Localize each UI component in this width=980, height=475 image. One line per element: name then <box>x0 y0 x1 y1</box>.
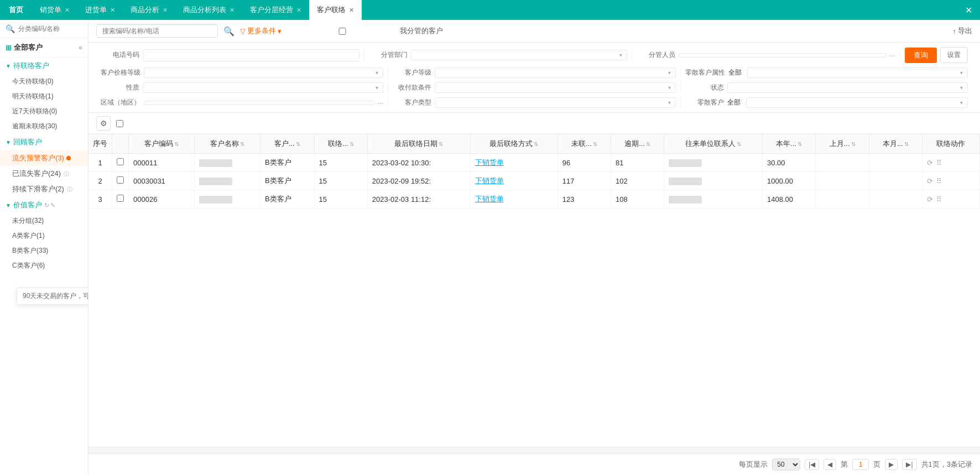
filter-select-price-tier[interactable]: ▾ <box>144 67 383 78</box>
prev-page-button[interactable]: ◀ <box>823 459 836 470</box>
tab-analysis-list-close[interactable]: ✕ <box>230 7 234 14</box>
col-overdue[interactable]: 逾期...⇅ <box>611 134 664 154</box>
col-last-month-label: 上月... <box>830 139 850 148</box>
value-edit-icon[interactable]: ✎ <box>50 202 55 209</box>
filter-select-nature[interactable]: ▾ <box>143 82 383 93</box>
tab-sales-close[interactable]: ✕ <box>65 7 70 14</box>
sidebar-section-value[interactable]: ▼ 价值客户 ↻ ✎ <box>0 197 88 213</box>
col-current-year[interactable]: 本年...⇅ <box>763 134 816 154</box>
sidebar-item-ungroup[interactable]: 未分组(32) <box>0 213 88 228</box>
value-refresh-icon[interactable]: ↻ <box>44 202 49 209</box>
tab-analysis-close[interactable]: ✕ <box>163 7 168 14</box>
col-last-month[interactable]: 上月...⇅ <box>816 134 869 154</box>
filter-input-region[interactable] <box>144 101 375 105</box>
row3-more-icon[interactable]: ⠿ <box>936 195 942 203</box>
sidebar-item-tomorrow[interactable]: 明天待联络(1) <box>0 89 88 104</box>
col-contact-person[interactable]: 往来单位联系人⇅ <box>664 134 763 154</box>
sidebar-root-label: 全部客户 <box>14 43 43 53</box>
last-page-button[interactable]: ▶| <box>902 459 916 470</box>
sidebar-item-lost[interactable]: 已流失客户(24) ⓘ <box>0 166 88 181</box>
per-page-select[interactable]: 50 100 200 <box>772 458 800 471</box>
filter-select-status[interactable]: ▾ <box>727 82 968 93</box>
tab-customer-tier-close[interactable]: ✕ <box>296 7 301 14</box>
col-no-contact[interactable]: 未联...⇅ <box>557 134 611 154</box>
row1-link-icon[interactable]: ⟳ <box>927 159 933 167</box>
gear-button[interactable]: ⚙ <box>96 116 111 131</box>
col-last-method[interactable]: 最后联络方式⇅ <box>470 134 557 154</box>
row2-link-icon[interactable]: ⟳ <box>927 177 933 185</box>
tab-analysis-list[interactable]: 商品分析列表 ✕ <box>175 0 242 20</box>
search-input[interactable] <box>96 24 218 38</box>
manager-dots-button[interactable]: ··· <box>889 51 895 60</box>
tab-purchase-close[interactable]: ✕ <box>110 7 115 14</box>
region-dots-button[interactable]: ··· <box>377 98 384 107</box>
sidebar-section-pending[interactable]: ▼ 待联络客户 <box>0 58 88 74</box>
tab-customer-tier[interactable]: 客户分层经营 ✕ <box>242 0 309 20</box>
row2-more-icon[interactable]: ⠿ <box>936 177 942 185</box>
lost-info-icon: ⓘ <box>64 171 69 177</box>
row1-more-icon[interactable]: ⠿ <box>936 159 942 167</box>
sidebar-item-week7[interactable]: 近7天待联络(0) <box>0 104 88 119</box>
query-button[interactable]: 查询 <box>905 48 937 63</box>
filter-select-sparse-customer[interactable]: ▾ <box>746 97 968 108</box>
row3-last-method[interactable]: 下销货单 <box>470 190 557 208</box>
row1-last-method[interactable]: 下销货单 <box>470 154 557 172</box>
sidebar-item-declining[interactable]: 持续下滑客户(2) ⓘ <box>0 181 88 197</box>
sidebar-search-input[interactable] <box>18 25 88 33</box>
sidebar-item-overdue[interactable]: 逾期未联络(30) <box>0 119 88 134</box>
sidebar-section-lost[interactable]: ▼ 回顾客户 <box>0 134 88 150</box>
my-customer-checkbox[interactable] <box>287 28 398 35</box>
tab-purchase[interactable]: 进货单 ✕ <box>77 0 123 20</box>
loss-tooltip: 90天未交易的客户，可能有流失风险。 <box>17 288 88 305</box>
col-code[interactable]: 客户编码⇅ <box>129 134 195 154</box>
settings-button[interactable]: 设置 <box>940 47 968 63</box>
filter-select-dept[interactable]: ▾ <box>411 50 628 60</box>
row1-check[interactable] <box>112 154 129 172</box>
sidebar-item-today[interactable]: 今天待联络(0) <box>0 74 88 89</box>
export-button[interactable]: ↑ 导出 <box>953 26 973 36</box>
filter-input-manager[interactable] <box>679 53 887 58</box>
page-input[interactable]: 1 <box>852 459 869 470</box>
row3-check[interactable] <box>112 190 129 208</box>
col-type[interactable]: 客户...⇅ <box>260 134 314 154</box>
row3-link-icon[interactable]: ⟳ <box>927 195 933 203</box>
col-this-month[interactable]: 本月...⇅ <box>869 134 922 154</box>
window-close-button[interactable]: ✕ <box>957 5 980 15</box>
filter-field-payment: 收付款条件 ▾ <box>388 82 680 93</box>
filter-select-customer-type[interactable]: ▾ <box>435 97 675 108</box>
col-contact[interactable]: 联络...⇅ <box>314 134 367 154</box>
first-page-button[interactable]: |◀ <box>805 459 819 470</box>
row2-last-method[interactable]: 下销货单 <box>470 172 557 190</box>
col-name[interactable]: 客户名称⇅ <box>195 134 260 154</box>
sidebar-item-loss-warning[interactable]: 流失预警客户(3) <box>0 150 88 166</box>
next-page-button[interactable]: ▶ <box>885 459 898 470</box>
tab-customer-link[interactable]: 客户联络 ✕ <box>309 0 362 20</box>
row2-checkbox[interactable] <box>117 176 124 184</box>
more-filter-button[interactable]: ▽ 更多条件 ▾ <box>240 26 282 36</box>
horizontal-scrollbar[interactable] <box>88 447 980 453</box>
filter-select-customer-tier[interactable]: ▾ <box>435 67 675 78</box>
sidebar-collapse-button[interactable]: « <box>79 44 82 51</box>
row1-checkbox[interactable] <box>117 158 124 165</box>
row2-check[interactable] <box>112 172 129 190</box>
sidebar-item-class-c[interactable]: C类客户(6) <box>0 258 88 273</box>
sidebar-root[interactable]: ⊞ 全部客户 « <box>0 38 88 58</box>
col-last-date[interactable]: 最后联络日期⇅ <box>367 134 470 154</box>
per-page-label: 每页显示 <box>739 460 768 469</box>
search-button[interactable]: 🔍 <box>223 26 234 36</box>
tab-customer-link-close[interactable]: ✕ <box>349 7 354 14</box>
tab-home[interactable]: 首页 <box>0 0 32 20</box>
my-customer-checkbox-area[interactable]: 我分管的客户 <box>287 26 443 36</box>
row2-name-blurred <box>199 178 232 185</box>
grid-icon: ⊞ <box>6 44 12 52</box>
tab-analysis[interactable]: 商品分析 ✕ <box>123 0 175 20</box>
filter-select-sparse-attr[interactable]: ▾ <box>747 67 968 78</box>
sidebar-item-class-a[interactable]: A类客户(1) <box>0 228 88 243</box>
tab-sales[interactable]: 销货单 ✕ <box>32 0 77 20</box>
row3-overdue: 108 <box>611 190 664 208</box>
select-all-checkbox[interactable] <box>116 120 123 127</box>
filter-select-payment[interactable]: ▾ <box>435 82 675 93</box>
row3-checkbox[interactable] <box>117 195 124 202</box>
sidebar-item-class-b[interactable]: B类客户(33) <box>0 243 88 258</box>
filter-input-phone[interactable] <box>143 49 359 61</box>
